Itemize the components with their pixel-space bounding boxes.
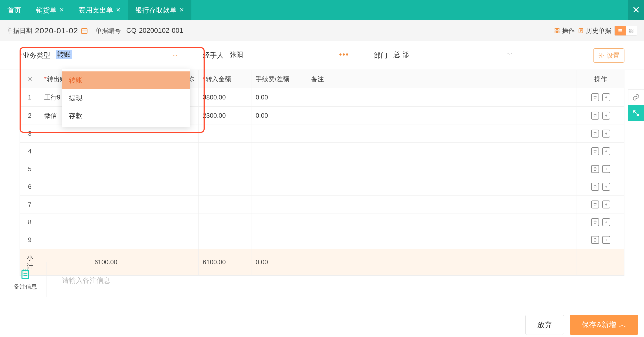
cell-out-account[interactable]	[40, 178, 90, 196]
chevron-up-icon[interactable]: ︿	[172, 51, 178, 58]
table-row[interactable]: 3	[20, 125, 624, 143]
handler-field[interactable]: 经手人 张阳 •••	[203, 48, 350, 63]
cell-remark[interactable]	[307, 107, 577, 125]
business-type-field[interactable]: *业务类型 转账 ︿	[20, 48, 179, 63]
cell-remark[interactable]	[307, 125, 577, 143]
department-field[interactable]: 部门 总 部 ﹀	[374, 48, 514, 63]
cell-obscured[interactable]	[90, 178, 199, 196]
table-row[interactable]: 8	[20, 213, 624, 231]
tab-sales[interactable]: 销货单 ✕	[29, 0, 71, 20]
cell-remark[interactable]	[307, 196, 577, 213]
add-row-icon[interactable]	[602, 130, 610, 138]
cell-in-amount[interactable]	[199, 160, 251, 178]
add-row-icon[interactable]	[602, 147, 610, 155]
cell-fee[interactable]	[251, 213, 307, 231]
delete-row-icon[interactable]	[591, 201, 599, 208]
calendar-icon[interactable]	[81, 27, 88, 34]
settings-button[interactable]: 设置	[593, 48, 624, 63]
dropdown-option[interactable]: 转账	[62, 71, 190, 89]
col-actions: 操作	[577, 70, 624, 88]
cell-fee[interactable]	[251, 143, 307, 160]
cell-obscured[interactable]	[90, 125, 199, 143]
cell-out-account[interactable]	[40, 213, 90, 231]
add-row-icon[interactable]	[602, 183, 610, 191]
cell-out-account[interactable]	[40, 231, 90, 249]
cell-remark[interactable]	[307, 143, 577, 160]
add-row-icon[interactable]	[602, 165, 610, 173]
cell-remark[interactable]	[307, 88, 577, 107]
date-value[interactable]: 2020-01-02	[35, 26, 78, 35]
delete-row-icon[interactable]	[591, 183, 599, 191]
tab-bank-transfer[interactable]: 银行存取款单 ✕	[128, 0, 191, 20]
cell-fee[interactable]	[251, 196, 307, 213]
cell-in-amount[interactable]: 2300.00	[199, 107, 251, 125]
add-row-icon[interactable]	[602, 201, 610, 208]
close-icon[interactable]: ✕	[116, 7, 121, 13]
delete-row-icon[interactable]	[591, 93, 599, 101]
add-row-icon[interactable]	[602, 112, 610, 120]
cell-obscured[interactable]	[90, 231, 199, 249]
cell-fee[interactable]: 0.00	[251, 88, 307, 107]
history-button[interactable]: 历史单据	[578, 26, 611, 35]
remark-section: 备注信息 请输入备注信息	[4, 262, 640, 297]
table-row[interactable]: 5	[20, 160, 624, 178]
dropdown-option[interactable]: 提现	[62, 89, 190, 107]
cell-obscured[interactable]	[90, 143, 199, 160]
table-row[interactable]: 4	[20, 143, 624, 160]
cell-out-account[interactable]	[40, 125, 90, 143]
delete-row-icon[interactable]	[591, 112, 599, 120]
table-row[interactable]: 7	[20, 196, 624, 213]
cell-remark[interactable]	[307, 160, 577, 178]
cell-out-account[interactable]	[40, 160, 90, 178]
table-settings-header[interactable]	[20, 70, 40, 88]
svg-rect-0	[82, 28, 87, 33]
cell-out-account[interactable]	[40, 143, 90, 160]
cell-remark[interactable]	[307, 213, 577, 231]
close-panel-button[interactable]: ✕	[628, 0, 644, 20]
cell-in-amount[interactable]	[199, 178, 251, 196]
discard-button[interactable]: 放弃	[525, 315, 564, 335]
table-row[interactable]: 6	[20, 178, 624, 196]
cell-in-amount[interactable]	[199, 196, 251, 213]
table-row[interactable]: 9	[20, 231, 624, 249]
add-row-icon[interactable]	[602, 93, 610, 101]
delete-row-icon[interactable]	[591, 218, 599, 226]
operations-menu[interactable]: 操作	[554, 26, 575, 35]
dropdown-option[interactable]: 存款	[62, 107, 190, 125]
view-list-button[interactable]	[615, 26, 626, 35]
cell-remark[interactable]	[307, 178, 577, 196]
cell-fee[interactable]: 0.00	[251, 107, 307, 125]
cell-fee[interactable]	[251, 125, 307, 143]
link-icon[interactable]	[628, 89, 644, 105]
cell-obscured[interactable]	[90, 213, 199, 231]
remark-input[interactable]: 请输入备注信息	[55, 270, 632, 289]
add-row-icon[interactable]	[602, 236, 610, 244]
chevron-down-icon[interactable]: ﹀	[507, 51, 513, 58]
close-icon[interactable]: ✕	[59, 7, 64, 13]
cell-in-amount[interactable]	[199, 143, 251, 160]
delete-row-icon[interactable]	[591, 147, 599, 155]
cell-in-amount[interactable]	[199, 213, 251, 231]
cell-fee[interactable]	[251, 178, 307, 196]
delete-row-icon[interactable]	[591, 236, 599, 244]
tab-expense[interactable]: 费用支出单 ✕	[71, 0, 128, 20]
delete-row-icon[interactable]	[591, 165, 599, 173]
delete-row-icon[interactable]	[591, 130, 599, 138]
more-icon[interactable]: •••	[339, 50, 349, 59]
tab-home[interactable]: 首页	[0, 0, 29, 20]
cell-in-amount[interactable]	[199, 231, 251, 249]
cell-obscured[interactable]	[90, 160, 199, 178]
expand-icon[interactable]	[628, 105, 644, 121]
save-and-add-button[interactable]: 保存&新增 ︿	[570, 315, 638, 335]
cell-remark[interactable]	[307, 231, 577, 249]
cell-fee[interactable]	[251, 231, 307, 249]
cell-in-amount[interactable]: 3800.00	[199, 88, 251, 107]
close-icon[interactable]: ✕	[179, 7, 184, 13]
cell-fee[interactable]	[251, 160, 307, 178]
cell-obscured[interactable]	[90, 196, 199, 213]
svg-rect-6	[629, 29, 631, 30]
view-card-button[interactable]	[626, 26, 637, 35]
cell-in-amount[interactable]	[199, 125, 251, 143]
add-row-icon[interactable]	[602, 218, 610, 226]
cell-out-account[interactable]	[40, 196, 90, 213]
